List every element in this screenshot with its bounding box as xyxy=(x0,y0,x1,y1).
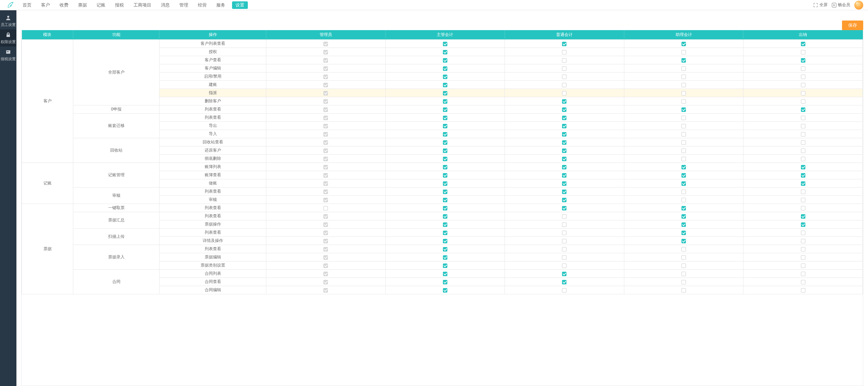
perm-checkbox[interactable] xyxy=(443,231,447,235)
perm-checkbox[interactable] xyxy=(801,288,805,293)
nav-item-7[interactable]: 消息 xyxy=(156,0,175,10)
perm-checkbox[interactable] xyxy=(801,222,805,227)
fullscreen-button[interactable]: 全屏 xyxy=(813,2,828,8)
perm-checkbox[interactable] xyxy=(801,116,805,120)
perm-checkbox[interactable] xyxy=(443,66,447,71)
sidebar-item-0[interactable]: 员工设置 xyxy=(0,12,16,29)
perm-checkbox[interactable] xyxy=(801,58,805,63)
perm-checkbox[interactable] xyxy=(801,107,805,112)
perm-checkbox[interactable] xyxy=(801,181,805,186)
user-avatar[interactable] xyxy=(854,1,863,10)
perm-checkbox[interactable] xyxy=(443,190,447,194)
perm-checkbox[interactable] xyxy=(443,140,447,145)
perm-checkbox[interactable] xyxy=(562,157,566,161)
perm-checkbox[interactable] xyxy=(681,157,686,161)
perm-checkbox[interactable] xyxy=(681,173,686,178)
perm-checkbox[interactable] xyxy=(681,99,686,104)
perm-checkbox[interactable] xyxy=(681,198,686,202)
perm-checkbox[interactable] xyxy=(562,280,566,284)
perm-checkbox[interactable] xyxy=(681,280,686,284)
perm-checkbox[interactable] xyxy=(443,272,447,276)
perm-checkbox[interactable] xyxy=(443,116,447,120)
perm-checkbox[interactable] xyxy=(562,190,566,194)
perm-checkbox[interactable] xyxy=(801,231,805,235)
perm-checkbox[interactable] xyxy=(681,149,686,153)
perm-checkbox[interactable] xyxy=(562,272,566,276)
perm-checkbox[interactable] xyxy=(801,42,805,46)
perm-checkbox[interactable] xyxy=(443,181,447,186)
nav-item-4[interactable]: 记账 xyxy=(92,0,110,10)
perm-checkbox[interactable] xyxy=(681,91,686,95)
perm-checkbox[interactable] xyxy=(562,149,566,153)
nav-item-1[interactable]: 客户 xyxy=(36,0,55,10)
perm-checkbox[interactable] xyxy=(681,263,686,268)
perm-checkbox[interactable] xyxy=(443,288,447,293)
member-button[interactable]: 畅会员 xyxy=(832,2,850,8)
perm-checkbox[interactable] xyxy=(801,173,805,178)
perm-checkbox[interactable] xyxy=(562,214,566,219)
perm-checkbox[interactable] xyxy=(443,214,447,219)
perm-checkbox[interactable] xyxy=(562,50,566,54)
nav-item-3[interactable]: 票据 xyxy=(73,0,92,10)
perm-checkbox[interactable] xyxy=(801,247,805,252)
perm-checkbox[interactable] xyxy=(681,190,686,194)
perm-checkbox[interactable] xyxy=(801,83,805,87)
perm-checkbox[interactable] xyxy=(681,239,686,243)
perm-checkbox[interactable] xyxy=(681,83,686,87)
perm-checkbox[interactable] xyxy=(443,255,447,260)
perm-checkbox[interactable] xyxy=(562,75,566,79)
perm-checkbox[interactable] xyxy=(681,214,686,219)
perm-checkbox[interactable] xyxy=(562,255,566,260)
perm-checkbox[interactable] xyxy=(443,149,447,153)
perm-checkbox[interactable] xyxy=(801,99,805,104)
perm-checkbox[interactable] xyxy=(681,132,686,137)
perm-checkbox[interactable] xyxy=(562,91,566,95)
perm-checkbox[interactable] xyxy=(443,206,447,210)
perm-checkbox[interactable] xyxy=(562,222,566,227)
perm-checkbox[interactable] xyxy=(443,50,447,54)
perm-checkbox[interactable] xyxy=(562,263,566,268)
nav-item-10[interactable]: 服务 xyxy=(212,0,230,10)
perm-checkbox[interactable] xyxy=(801,75,805,79)
perm-checkbox[interactable] xyxy=(562,124,566,128)
perm-checkbox[interactable] xyxy=(681,66,686,71)
perm-checkbox[interactable] xyxy=(681,222,686,227)
perm-checkbox[interactable] xyxy=(801,132,805,137)
perm-checkbox[interactable] xyxy=(443,263,447,268)
perm-checkbox[interactable] xyxy=(562,107,566,112)
perm-checkbox[interactable] xyxy=(562,116,566,120)
sidebar-item-2[interactable]: 报税设置 xyxy=(0,47,16,64)
perm-checkbox[interactable] xyxy=(562,173,566,178)
perm-checkbox[interactable] xyxy=(443,173,447,178)
perm-checkbox[interactable] xyxy=(801,149,805,153)
perm-checkbox[interactable] xyxy=(562,42,566,46)
perm-checkbox[interactable] xyxy=(562,288,566,293)
perm-checkbox[interactable] xyxy=(681,165,686,169)
perm-checkbox[interactable] xyxy=(562,239,566,243)
perm-checkbox[interactable] xyxy=(801,50,805,54)
perm-checkbox[interactable] xyxy=(801,239,805,243)
perm-checkbox[interactable] xyxy=(801,165,805,169)
perm-checkbox[interactable] xyxy=(681,231,686,235)
perm-checkbox[interactable] xyxy=(562,181,566,186)
sidebar-item-1[interactable]: 权限设置 xyxy=(0,29,16,47)
perm-checkbox[interactable] xyxy=(681,140,686,145)
perm-checkbox[interactable] xyxy=(681,255,686,260)
perm-checkbox[interactable] xyxy=(323,206,328,210)
save-button[interactable]: 保存 xyxy=(842,21,863,30)
perm-checkbox[interactable] xyxy=(801,190,805,194)
perm-checkbox[interactable] xyxy=(562,206,566,210)
perm-checkbox[interactable] xyxy=(443,132,447,137)
nav-item-9[interactable]: 经营 xyxy=(193,0,212,10)
perm-checkbox[interactable] xyxy=(681,247,686,252)
nav-item-6[interactable]: 工商项目 xyxy=(129,0,156,10)
perm-checkbox[interactable] xyxy=(443,107,447,112)
perm-checkbox[interactable] xyxy=(681,206,686,210)
perm-checkbox[interactable] xyxy=(801,140,805,145)
perm-checkbox[interactable] xyxy=(681,58,686,63)
perm-checkbox[interactable] xyxy=(681,107,686,112)
perm-checkbox[interactable] xyxy=(443,75,447,79)
perm-checkbox[interactable] xyxy=(681,42,686,46)
perm-checkbox[interactable] xyxy=(801,157,805,161)
perm-checkbox[interactable] xyxy=(562,58,566,63)
